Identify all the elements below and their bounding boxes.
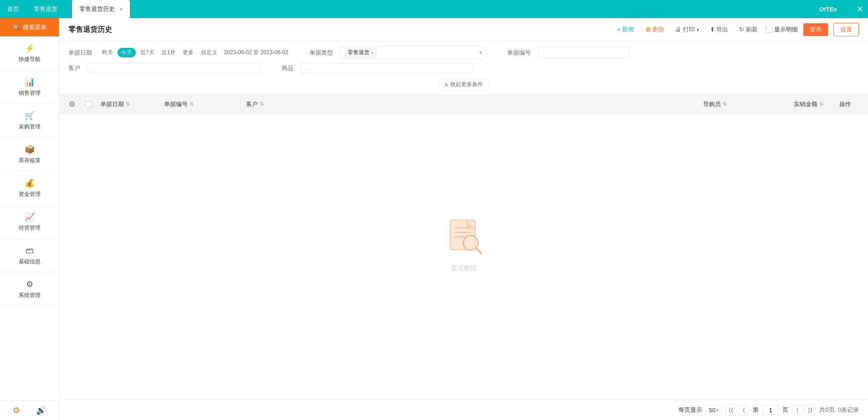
sidebar: 🔍 搜索菜单 ⚡ 快捷导航 📊 销售管理 🛒 采购管理 📦 库存核算 💰 资金管… [0,18,59,420]
customer-filter-input[interactable]: ... [87,63,261,73]
select-all-checkbox-box[interactable] [85,101,92,108]
date-btn-today[interactable]: 今天 [118,48,136,57]
sidebar-item-purchase[interactable]: 🛒 采购管理 [0,104,59,138]
show-detail-checkbox[interactable] [766,26,772,33]
sidebar-item-sales-label: 销售管理 [19,89,41,97]
col-header-guide[interactable]: 导购员 ⇅ [699,100,772,108]
empty-state-text: 暂无数据 [451,264,477,272]
total-info: 共0页, 0条记录 [819,406,859,414]
empty-state: 暂无数据 [59,113,868,400]
customer-filter-label: 客户 [68,64,80,72]
window-close-button[interactable]: ✕ [852,1,868,17]
export-button[interactable]: ⬆ 导出 [707,24,731,36]
sidebar-item-business[interactable]: 📈 经营管理 [0,205,59,239]
toolbar: + 新增 🗑 删除 🖨 打印 ▾ ⬆ 导出 ↻ 刷新 显示明细 [614,23,859,36]
pagination: 每页显示 50 ▾ ⟨⟨ ⟨ 第 1 页 ⟩ ⟩⟩ 共0页, 0条记录 [59,400,868,420]
page-title: 零售退货历史 [68,25,112,35]
collapse-row: ∧ 收起更多条件 [68,77,859,90]
sidebar-item-quick-nav[interactable]: ⚡ 快捷导航 [0,36,59,70]
finance-icon: 💰 [24,178,35,189]
number-filter-input[interactable] [538,47,629,58]
filter-area: 单据日期 昨天 今天 近7天 近1月 更多 自定义 2023-06-02 至 2… [59,41,868,95]
refresh-button[interactable]: ↻ 刷新 [736,24,760,36]
add-button-label: + 新增 [617,26,634,34]
tab-bar: 首页 零售退货 × 零售退货历史 × [0,0,819,18]
show-detail-label: 显示明细 [774,26,798,34]
collapse-button-label: 收起更多条件 [450,81,483,88]
print-dropdown-icon[interactable]: ▾ [697,27,699,32]
page-header: 零售退货历史 + 新增 🗑 删除 🖨 打印 ▾ ⬆ 导出 ↻ 刷新 [59,18,868,41]
sidebar-search[interactable]: 🔍 搜索菜单 [0,18,59,36]
tab-retail-return[interactable]: 零售退货 × [26,0,72,18]
col-header-number[interactable]: 单据编号 ⇅ [160,100,242,108]
delete-button[interactable]: 🗑 删除 [642,24,668,36]
settings-button[interactable]: 设置 [833,23,859,36]
type-filter-selected: 零售退货 × [344,48,377,57]
date-btn-more[interactable]: 更多 [180,48,196,57]
sidebar-item-inventory[interactable]: 📦 库存核算 [0,138,59,171]
tab-retail-return-close[interactable]: × [62,6,65,12]
add-button[interactable]: + 新增 [614,24,637,36]
sidebar-search-label: 搜索菜单 [23,23,46,31]
col-header-date[interactable]: 单据日期 ⇅ [97,100,160,108]
goods-placeholder: ... [305,65,310,72]
page-navigation: ⟨⟨ ⟨ 第 1 页 ⟩ ⟩⟩ [725,405,816,415]
print-button[interactable]: 🖨 打印 ▾ [673,24,702,36]
collapse-button[interactable]: ∧ 收起更多条件 [438,79,489,90]
page-next-button[interactable]: ⟩ [792,405,803,415]
top-bar: 首页 零售退货 × 零售退货历史 × OfTEn ✕ [0,0,868,18]
basic-info-icon: 🗃 [24,245,35,256]
date-btn-yesterday[interactable]: 昨天 [99,48,116,57]
tab-retail-return-label: 零售退货 [34,5,57,13]
sidebar-item-finance[interactable]: 💰 资金管理 [0,171,59,205]
goods-filter-input[interactable]: ... [301,63,474,73]
page-prev-button[interactable]: ⟨ [738,405,749,415]
sidebar-item-basic-info-label: 基础信息 [19,258,41,266]
date-btn-7days[interactable]: 近7天 [138,48,157,57]
type-tag-label: 零售退货 [348,49,370,56]
type-filter-label: 单据类型 [309,49,333,57]
goods-filter-label: 商品 [282,64,293,72]
date-btn-1month[interactable]: 近1月 [159,48,179,57]
per-page-select[interactable]: 50 ▾ [706,405,722,415]
page-number-input[interactable]: 1 [762,405,779,415]
type-filter-select[interactable]: 零售退货 × ▾ [340,46,486,59]
table-area: ⚙ 单据日期 ⇅ 单据编号 ⇅ 客户 ⇅ 导购员 ⇅ [59,95,868,400]
sidebar-item-system[interactable]: ⚙ 系统管理 [0,272,59,306]
refresh-button-label: ↻ 刷新 [739,26,758,34]
col-amount-sort-icon: ⇅ [819,101,823,107]
tab-retail-return-history-label: 零售退货历史 [79,5,115,13]
top-bar-brand: OfTEn [819,6,852,13]
tab-retail-return-history-close[interactable]: × [119,6,122,12]
sidebar-item-inventory-label: 库存核算 [19,157,41,164]
settings-button-label: 设置 [840,26,852,34]
sidebar-item-sales[interactable]: 📊 销售管理 [0,70,59,104]
volume-icon[interactable]: 🔊 [36,405,46,415]
delete-button-label: 🗑 删除 [645,26,665,34]
page-first-button[interactable]: ⟨⟨ [725,405,736,415]
purchase-icon: 🛒 [24,110,35,121]
search-icon: 🔍 [13,24,20,31]
sidebar-item-basic-info[interactable]: 🗃 基础信息 [0,239,59,272]
empty-state-icon [441,213,487,259]
sidebar-item-quick-nav-label: 快捷导航 [19,56,41,63]
tab-home[interactable]: 首页 [0,0,26,18]
content-area: 零售退货历史 + 新增 🗑 删除 🖨 打印 ▾ ⬆ 导出 ↻ 刷新 [59,18,868,420]
date-filter-label: 单据日期 [68,49,92,57]
main-layout: 🔍 搜索菜单 ⚡ 快捷导航 📊 销售管理 🛒 采购管理 📦 库存核算 💰 资金管… [0,18,868,420]
col-header-amount[interactable]: 实销金额 ⇅ [772,100,827,108]
sidebar-bottom: ⚙ 🔊 [0,400,59,420]
quick-nav-icon: ⚡ [24,43,35,54]
tab-retail-return-history[interactable]: 零售退货历史 × [72,0,129,18]
date-btn-custom[interactable]: 自定义 [198,48,220,57]
page-last-button[interactable]: ⟩⟩ [805,405,816,415]
filter-row-1: 单据日期 昨天 今天 近7天 近1月 更多 自定义 2023-06-02 至 2… [68,46,859,59]
table-select-all-checkbox[interactable] [80,101,97,108]
table-settings-icon[interactable]: ⚙ [64,100,80,108]
col-header-customer[interactable]: 客户 ⇅ [242,100,699,108]
type-tag-close[interactable]: × [371,50,374,56]
number-filter-label: 单据编号 [507,49,531,57]
query-button[interactable]: 查询 [803,23,828,36]
type-filter-tag: 零售退货 × [344,48,377,57]
settings-bottom-icon[interactable]: ⚙ [13,405,20,415]
